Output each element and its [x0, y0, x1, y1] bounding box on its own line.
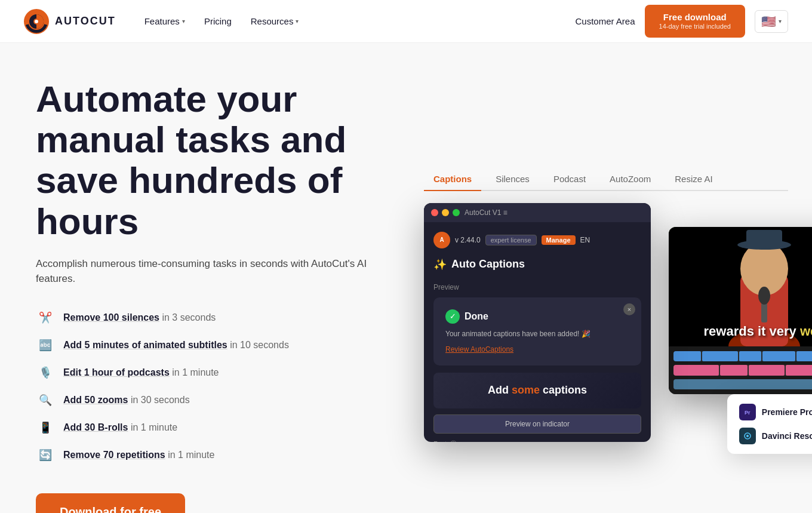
- tab-autozoom[interactable]: AutoZoom: [600, 168, 660, 191]
- hero-left: Automate your manual tasks and save hund…: [36, 79, 394, 513]
- review-link[interactable]: Review AutoCaptions: [445, 345, 629, 354]
- app-window: AutoCut V1 ≡ A v 2.44.0 expert license M…: [424, 203, 651, 442]
- premiere-icon: Pr: [739, 404, 756, 420]
- wand-icon: ✨: [433, 258, 447, 271]
- traffic-lights: [431, 209, 460, 216]
- timeline-block: [786, 365, 812, 375]
- flag-icon: 🇺🇸: [761, 14, 776, 29]
- software-panel: Pr Premiere Pro - 🍎 Davinci Re: [727, 394, 812, 454]
- app-content: A v 2.44.0 expert license Manage EN ✨ Au…: [424, 222, 651, 442]
- premiere-label: Premiere Pro: [762, 407, 812, 417]
- feature-list: ✂️ Remove 100 silences in 3 seconds 🔤 Ad…: [36, 308, 394, 465]
- hero-section: Automate your manual tasks and save hund…: [0, 43, 812, 513]
- hero-subtitle: Accomplish numerous time-consuming tasks…: [36, 256, 394, 287]
- timeline-block: [762, 351, 795, 361]
- caption-highlight-text: well: [800, 324, 812, 339]
- timeline-block: [673, 365, 719, 375]
- preview-caption: Add some captions: [488, 384, 587, 397]
- auto-captions-title: ✨ Auto Captions: [433, 258, 641, 271]
- nav-resources[interactable]: Resources ▾: [244, 11, 306, 31]
- logo-icon: [24, 9, 49, 34]
- app-titlebar: AutoCut V1 ≡: [424, 203, 651, 222]
- svg-point-11: [758, 287, 770, 305]
- tab-silences[interactable]: Silences: [486, 168, 539, 191]
- mic-icon: 🎙️: [36, 363, 55, 382]
- lang-badge: EN: [580, 236, 590, 244]
- repeat-icon: 🔄: [36, 446, 55, 465]
- list-item: 🔄 Remove 70 repetitions in 1 minute: [36, 446, 394, 465]
- app-header: A v 2.44.0 expert license Manage EN: [433, 232, 641, 248]
- window-title: AutoCut V1 ≡: [465, 208, 508, 217]
- timeline-block: [796, 351, 812, 361]
- davinci-icon: [739, 428, 756, 444]
- minimize-dot: [442, 209, 449, 216]
- nav-left: AUTOCUT Features ▾ Pricing Resources ▾: [24, 9, 306, 34]
- subtitles-link[interactable]: Add 5 minutes of animated subtitles: [63, 340, 227, 350]
- tab-resize-ai[interactable]: Resize AI: [665, 168, 722, 191]
- list-item: 🎙️ Edit 1 hour of podcasts in 1 minute: [36, 363, 394, 382]
- chevron-down-icon: ▾: [182, 18, 185, 24]
- app-logo-row: A v 2.44.0 expert license Manage EN: [433, 232, 590, 248]
- software-row-davinci: Davinci Resolve: [739, 428, 812, 444]
- scissors-icon: ✂️: [36, 308, 55, 327]
- check-icon: ✓: [445, 309, 460, 324]
- svg-point-2: [35, 20, 38, 23]
- video-panel: rewards it very well: [669, 227, 812, 394]
- lang-chevron-icon: ▾: [779, 18, 782, 24]
- nav-links: Features ▾ Pricing Resources ▾: [137, 11, 306, 31]
- app-logo-circle: A: [433, 232, 450, 248]
- logo[interactable]: AUTOCUT: [24, 9, 116, 34]
- timeline-block: [749, 365, 785, 375]
- done-row: ✓ Done: [445, 309, 629, 324]
- chevron-down-icon-2: ▾: [296, 18, 299, 24]
- license-badge: expert license: [485, 235, 537, 245]
- font-row: Font ⓘ: [433, 440, 641, 442]
- download-button[interactable]: Download for free: [36, 493, 185, 513]
- hero-title: Automate your manual tasks and save hund…: [36, 79, 394, 242]
- language-selector[interactable]: 🇺🇸 ▾: [755, 10, 788, 33]
- timeline-block: [702, 351, 739, 361]
- timeline-row-2: [673, 365, 812, 375]
- list-item: 📱 Add 30 B-rolls in 1 minute: [36, 418, 394, 437]
- preview-indicator-btn[interactable]: Preview on indicator: [433, 414, 641, 434]
- svg-point-20: [746, 435, 749, 437]
- timeline-row-1: [673, 351, 812, 361]
- timeline-block: [673, 379, 812, 389]
- svg-text:Pr: Pr: [745, 410, 751, 416]
- caption-normal-text: rewards it very: [703, 324, 799, 339]
- timeline-block: [720, 365, 748, 375]
- close-icon[interactable]: ×: [623, 303, 635, 315]
- timeline-row-3: [673, 379, 812, 389]
- timeline-block: [673, 351, 701, 361]
- info-icon: ⓘ: [450, 440, 457, 442]
- tab-podcast[interactable]: Podcast: [544, 168, 595, 191]
- done-subtitle: Your animated captions have been added! …: [445, 330, 629, 338]
- zoom-icon: 🔍: [36, 391, 55, 410]
- hero-right: Captions Silences Podcast AutoZoom Resiz…: [424, 168, 788, 442]
- nav-features[interactable]: Features ▾: [137, 11, 192, 31]
- done-text: Done: [465, 311, 488, 322]
- brolls-link[interactable]: Add 30 B-rolls: [63, 422, 128, 432]
- close-dot: [431, 209, 438, 216]
- repetitions-link[interactable]: Remove 70 repetitions: [63, 450, 165, 460]
- remove-silences-link[interactable]: Remove 100 silences: [63, 312, 159, 322]
- nav-pricing[interactable]: Pricing: [197, 11, 239, 31]
- app-container: AutoCut V1 ≡ A v 2.44.0 expert license M…: [424, 203, 788, 442]
- davinci-label: Davinci Resolve: [762, 431, 812, 441]
- customer-area-link[interactable]: Customer Area: [575, 16, 635, 26]
- cc-icon: 🔤: [36, 336, 55, 355]
- app-version: v 2.44.0: [455, 236, 481, 244]
- video-person: rewards it very well: [669, 227, 812, 346]
- podcast-link[interactable]: Edit 1 hour of podcasts: [63, 367, 170, 377]
- software-row-premiere: Pr Premiere Pro - 🍎: [739, 404, 812, 420]
- navigation: AUTOCUT Features ▾ Pricing Resources ▾ C…: [0, 0, 812, 43]
- tab-captions[interactable]: Captions: [424, 168, 481, 191]
- logo-text: AUTOCUT: [55, 15, 116, 27]
- video-timeline: [669, 346, 812, 394]
- tab-row: Captions Silences Podcast AutoZoom Resiz…: [424, 168, 788, 191]
- preview-video: Add some captions: [433, 373, 641, 408]
- free-download-button[interactable]: Free download 14-day free trial included: [645, 5, 745, 38]
- manage-badge[interactable]: Manage: [542, 235, 576, 245]
- zooms-link[interactable]: Add 50 zooms: [63, 395, 128, 405]
- timeline-block: [739, 351, 761, 361]
